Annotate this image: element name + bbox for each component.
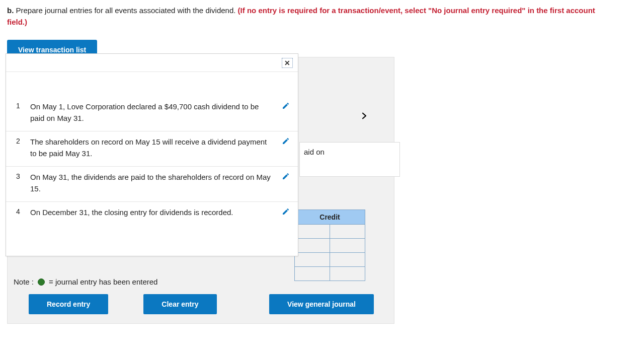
credit-table: Credit [294,210,365,281]
clear-entry-button[interactable]: Clear entry [143,294,216,314]
credit-cell[interactable] [295,239,330,253]
entered-dot-icon [38,279,45,286]
transaction-item[interactable]: 1 On May 1, Love Corporation declared a … [6,96,298,131]
transaction-text: On December 31, the closing entry for di… [30,207,275,219]
edit-icon[interactable] [282,207,291,216]
credit-header: Credit [295,210,365,225]
transaction-list-popup: ✕ 1 On May 1, Love Corporation declared … [6,53,298,256]
transaction-item[interactable]: 2 The shareholders on record on May 15 w… [6,131,298,167]
record-entry-button[interactable]: Record entry [29,294,108,314]
close-icon[interactable]: ✕ [282,58,293,68]
transaction-text: On May 31, the dividends are paid to the… [30,172,275,194]
edit-icon[interactable] [282,172,291,180]
edit-icon[interactable] [282,136,291,145]
transaction-number: 2 [16,136,23,145]
workarea: View transaction list aid on Credit Note… [7,40,394,324]
credit-cell[interactable] [330,225,365,239]
note-row: Note : = journal entry has been entered [14,277,157,286]
credit-cell[interactable] [330,253,365,267]
question-label: b. [7,6,14,15]
question-text: Prepare journal entries for all events a… [16,6,236,15]
transaction-item[interactable]: 3 On May 31, the dividends are paid to t… [6,167,298,202]
transaction-number: 4 [16,207,23,216]
transaction-item[interactable]: 4 On December 31, the closing entry for … [6,202,298,226]
credit-cell[interactable] [295,267,330,281]
transaction-number: 3 [16,172,23,180]
credit-cell[interactable] [295,225,330,239]
transaction-text: On May 1, Love Corporation declared a $4… [30,101,275,124]
background-card-text: aid on [300,143,399,176]
transaction-number: 1 [16,101,23,110]
credit-cell[interactable] [295,253,330,267]
background-card-fragment: aid on [299,142,400,177]
transaction-text: The shareholders on record on May 15 wil… [30,136,275,159]
next-arrow[interactable] [360,110,369,123]
edit-icon[interactable] [282,101,291,110]
note-prefix: Note : [14,277,34,286]
transaction-list: 1 On May 1, Love Corporation declared a … [6,72,298,226]
credit-cell[interactable] [330,239,365,253]
journal-card: aid on Credit Note : = journal entry has… [7,57,394,324]
question-header: b. Prepare journal entries for all event… [7,5,611,28]
view-general-journal-button[interactable]: View general journal [269,294,374,314]
credit-cell[interactable] [330,267,365,281]
note-text: = journal entry has been entered [49,277,157,286]
